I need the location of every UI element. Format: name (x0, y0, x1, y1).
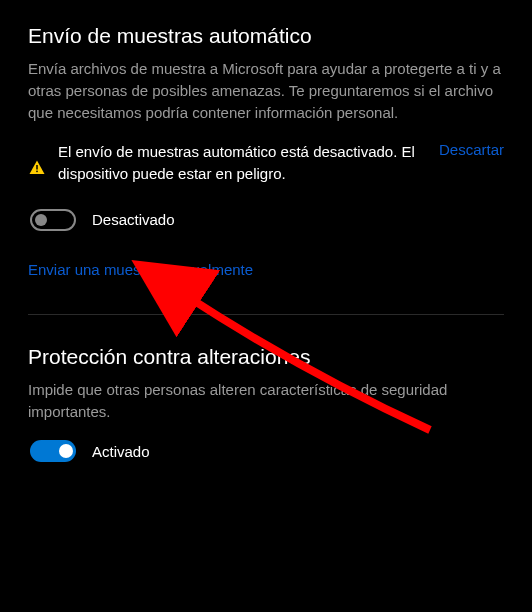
send-sample-manually-link[interactable]: Enviar una muestra manualmente (28, 261, 504, 278)
svg-rect-0 (36, 165, 38, 170)
tamper-protection-toggle[interactable] (30, 440, 76, 462)
section-description: Impide que otras personas alteren caract… (28, 379, 504, 423)
toggle-knob (35, 214, 47, 226)
sample-submission-toggle[interactable] (30, 209, 76, 231)
section-title: Envío de muestras automático (28, 24, 504, 48)
tamper-protection-section: Protección contra alteraciones Impide qu… (28, 345, 504, 463)
toggle-label: Desactivado (92, 211, 175, 228)
alert-text: El envío de muestras automático está des… (58, 141, 417, 185)
section-divider (28, 314, 504, 315)
automatic-sample-submission-section: Envío de muestras automático Envía archi… (28, 24, 504, 278)
toggle-row-sample-submission: Desactivado (30, 209, 504, 231)
toggle-row-tamper-protection: Activado (30, 440, 504, 462)
toggle-knob (59, 444, 73, 458)
svg-rect-1 (36, 171, 38, 173)
toggle-label: Activado (92, 443, 150, 460)
alert-row: El envío de muestras automático está des… (28, 141, 504, 185)
dismiss-link[interactable]: Descartar (439, 141, 504, 158)
warning-icon (28, 141, 46, 181)
section-title: Protección contra alteraciones (28, 345, 504, 369)
section-description: Envía archivos de muestra a Microsoft pa… (28, 58, 504, 123)
